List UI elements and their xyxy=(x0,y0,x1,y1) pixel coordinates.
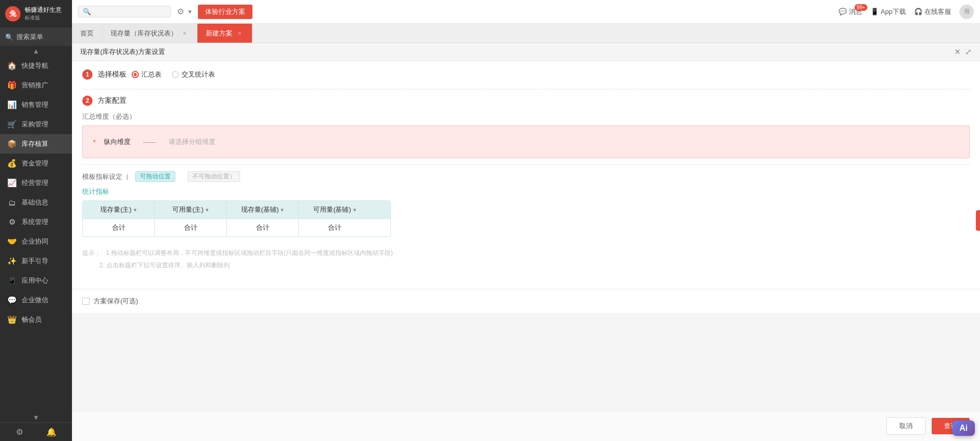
col-header-3-chevron: ▾ xyxy=(353,207,356,213)
topbar-search-icon: 🔍 xyxy=(83,8,91,15)
panel-title-bar: 现存量(库存状况表)方案设置 ✕ ⤢ xyxy=(72,43,980,61)
sidebar-item-purchase[interactable]: 🛒 采购管理 xyxy=(0,115,72,134)
tab-inventory-close[interactable]: × xyxy=(180,29,189,38)
panel-close-buttons: ✕ ⤢ xyxy=(954,47,972,57)
nav-label: 系统管理 xyxy=(22,217,48,227)
save-option-label: 方案保存(可选) xyxy=(94,297,138,306)
trending-icon: 📈 xyxy=(7,178,16,188)
right-edge-handle[interactable] xyxy=(976,210,980,231)
home-icon: 🏠 xyxy=(7,61,16,70)
gift-icon: 🎁 xyxy=(7,81,16,90)
tips-item-2: 2. 点击标题栏下拉可设置排序、插入列和删除列 xyxy=(82,259,970,271)
sidebar-item-marketing[interactable]: 🎁 营销推广 xyxy=(0,76,72,95)
tips-section: 提示： 1.拖动标题栏可以调整布局，不可跨维度或指标区域拖动栏目字段(只能在同一… xyxy=(82,247,970,271)
sidebar-scroll-down[interactable]: ▼ xyxy=(0,412,72,422)
divider1 xyxy=(82,89,970,89)
sidebar-item-app-center[interactable]: 📱 应用中心 xyxy=(0,271,72,290)
topbar-dropdown-icon[interactable]: ▾ xyxy=(188,8,192,15)
col-header-2-label: 现存量(基辅) xyxy=(241,205,279,214)
topbar-right: 💬 消息 99+ 📱 App下载 🎧 在线客服 用 xyxy=(839,5,974,19)
nav-label: 库存核算 xyxy=(22,139,48,149)
sidebar-item-wechat[interactable]: 💬 企业微信 xyxy=(0,290,72,310)
mobile-icon: 📱 xyxy=(7,276,16,285)
settings-footer-icon[interactable]: ⚙ xyxy=(16,427,23,437)
col-header-3[interactable]: 可用量(基辅) ▾ xyxy=(299,201,371,218)
radio-cross-dot xyxy=(172,71,179,78)
sidebar-search-label: 搜索菜单 xyxy=(16,32,43,42)
tab-new-plan-close[interactable]: × xyxy=(235,29,244,38)
message-icon: 💬 xyxy=(839,8,847,15)
trial-industry-button[interactable]: 体验行业方案 xyxy=(198,5,252,19)
col-cell-2: 合计 xyxy=(227,219,299,236)
col-cell-3-value: 合计 xyxy=(328,223,341,232)
radio-cross-label: 交叉统计表 xyxy=(182,70,215,79)
money-icon: 💰 xyxy=(7,159,16,168)
radio-cross[interactable]: 交叉统计表 xyxy=(172,70,215,79)
dimension-box[interactable]: * 纵向维度 —— 请选择分组维度 xyxy=(82,125,970,158)
topbar-search-input[interactable] xyxy=(93,8,166,15)
panel-body: 1 选择模板 汇总表 交叉统计表 xyxy=(72,61,980,289)
panel-expand-icon[interactable]: ⤢ xyxy=(965,47,972,57)
handshake-icon: 🤝 xyxy=(7,237,16,246)
ai-fab-button[interactable]: Ai xyxy=(952,420,975,436)
tab-home[interactable]: 首页 xyxy=(72,24,102,43)
sidebar-item-quick-nav[interactable]: 🏠 快捷导航 xyxy=(0,56,72,76)
step2-section: 2 方案配置 汇总维度（必选） * 纵向维度 —— 请选择分组维度 模板指标 xyxy=(82,96,970,271)
online-service-label: 在线客服 xyxy=(924,7,951,16)
dimension-arrow: —— xyxy=(143,138,156,146)
col-header-0[interactable]: 现存量(主) ▾ xyxy=(83,201,155,218)
action-bar: 取消 查询 xyxy=(72,411,980,441)
step2-badge: 2 xyxy=(82,96,93,106)
online-service-button[interactable]: 🎧 在线客服 xyxy=(914,7,951,16)
col-header-1[interactable]: 可用量(主) ▾ xyxy=(155,201,227,218)
nav-label: 新手引导 xyxy=(22,256,48,266)
message-badge: 99+ xyxy=(855,4,867,11)
step1-badge: 1 xyxy=(82,69,93,80)
tab-new-plan[interactable]: 新建方案 × xyxy=(197,24,252,43)
logo-icon: 兔 xyxy=(5,6,21,22)
nav-label: 应用中心 xyxy=(22,276,48,285)
dimension-placeholder: 请选择分组维度 xyxy=(169,137,215,146)
cancel-button[interactable]: 取消 xyxy=(886,417,925,435)
sidebar-logo: 兔 畅赚通好生意 标准版 xyxy=(0,0,72,28)
sidebar-item-new-guide[interactable]: ✨ 新手引导 xyxy=(0,251,72,271)
stats-table: 现存量(主) ▾ 可用量(主) ▾ 现存量(基辅) ▾ xyxy=(82,200,391,237)
save-checkbox[interactable] xyxy=(82,298,89,305)
headphone-icon: 🎧 xyxy=(914,8,922,15)
gear-icon: ⚙ xyxy=(7,217,16,227)
app-download-button[interactable]: 📱 App下载 xyxy=(870,7,906,16)
col-header-2[interactable]: 现存量(基辅) ▾ xyxy=(227,201,299,218)
user-avatar[interactable]: 用 xyxy=(959,5,974,19)
sidebar-item-vip[interactable]: 👑 畅会员 xyxy=(0,310,72,329)
sidebar-item-basic-info[interactable]: 🗂 基础信息 xyxy=(0,193,72,212)
sidebar-item-finance[interactable]: 💰 资金管理 xyxy=(0,154,72,173)
col-cell-0: 合计 xyxy=(83,219,155,236)
tab-inventory-status[interactable]: 现存量（库存状况表） × xyxy=(102,24,197,43)
radio-summary[interactable]: 汇总表 xyxy=(132,70,161,79)
panel-close-icon[interactable]: ✕ xyxy=(954,47,961,57)
folder-icon: 🗂 xyxy=(7,198,16,207)
sidebar: 兔 畅赚通好生意 标准版 🔍 搜索菜单 ▲ 🏠 快捷导航 🎁 营销推广 📊 销售… xyxy=(0,0,72,441)
sidebar-item-cooperation[interactable]: 🤝 企业协同 xyxy=(0,232,72,251)
col-cell-2-value: 合计 xyxy=(256,223,269,232)
panel-title: 现存量(库存状况表)方案设置 xyxy=(80,47,165,57)
topbar-search-box[interactable]: 🔍 xyxy=(78,6,171,17)
sidebar-item-inventory[interactable]: 📦 库存核算 xyxy=(0,134,72,154)
message-button[interactable]: 💬 消息 99+ xyxy=(839,7,862,16)
step1-title: 选择模板 xyxy=(98,70,126,79)
sidebar-item-sales[interactable]: 📊 销售管理 xyxy=(0,95,72,115)
col-cell-0-value: 合计 xyxy=(112,223,125,232)
sidebar-search[interactable]: 🔍 搜索菜单 xyxy=(0,28,72,46)
nav-label: 基础信息 xyxy=(22,198,48,207)
radio-summary-dot xyxy=(132,71,139,78)
sound-footer-icon[interactable]: 🔔 xyxy=(46,427,57,437)
col-header-2-chevron: ▾ xyxy=(281,207,284,213)
user-name: 用 xyxy=(964,8,970,15)
sidebar-item-business[interactable]: 📈 经营管理 xyxy=(0,173,72,193)
nav-label: 资金管理 xyxy=(22,159,48,168)
tab-new-plan-label: 新建方案 xyxy=(206,29,232,38)
sidebar-scroll-up[interactable]: ▲ xyxy=(0,46,72,56)
topbar-settings-icon[interactable]: ⚙ xyxy=(177,7,184,16)
sidebar-item-system[interactable]: ⚙ 系统管理 xyxy=(0,212,72,232)
chat-icon: 💬 xyxy=(7,296,16,305)
